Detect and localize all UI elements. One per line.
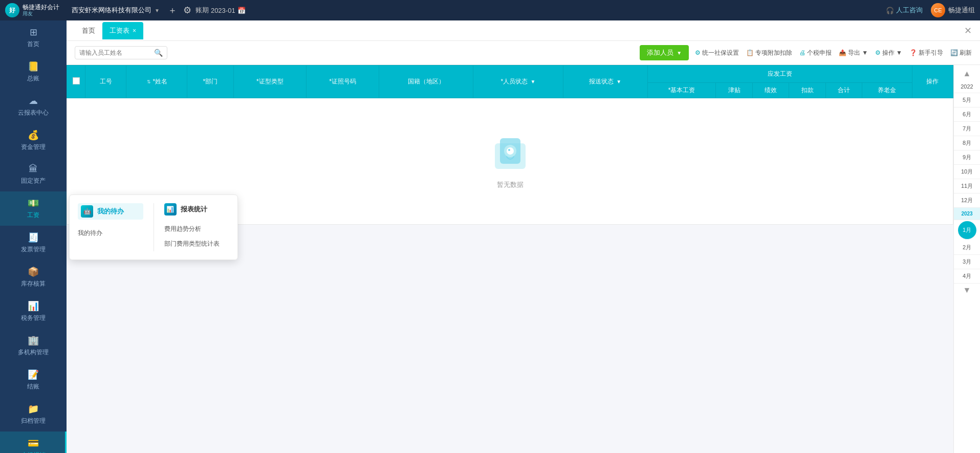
settings-icon[interactable]: ⚙ bbox=[183, 5, 191, 16]
sidebar-label-assets: 固定资产 bbox=[21, 177, 46, 185]
top-right: 🎧 人工咨询 CE 畅捷通组 bbox=[886, 3, 975, 17]
cloud-icon: ☁ bbox=[29, 95, 38, 106]
sidebar-item-home[interactable]: ⊞ 首页 bbox=[0, 20, 67, 55]
top-actions: ＋ ⚙ bbox=[168, 4, 191, 16]
company-name: 西安虾米网络科技有限公司 bbox=[72, 6, 151, 15]
popup-report-item-2[interactable]: 部门费用类型统计表 bbox=[164, 236, 230, 251]
th-total[interactable]: 合计 bbox=[825, 83, 862, 98]
month-2023-label: 2023 bbox=[954, 208, 980, 220]
operation-icon: ⚙ bbox=[875, 49, 881, 56]
refresh-btn[interactable]: 🔄 刷新 bbox=[950, 49, 972, 57]
tab-close-icon[interactable]: × bbox=[133, 27, 136, 34]
tab-salary[interactable]: 工资表 × bbox=[102, 22, 143, 39]
popup-report-label: 报表统计 bbox=[181, 205, 207, 214]
month-2022-5[interactable]: 5月 bbox=[954, 93, 980, 107]
month-2023-3[interactable]: 3月 bbox=[954, 255, 980, 269]
th-pension[interactable]: 养老金 bbox=[862, 83, 912, 98]
newbie-guide-btn[interactable]: ❓ 新手引导 bbox=[909, 49, 943, 57]
popup-report-item-1[interactable]: 费用趋势分析 bbox=[164, 222, 230, 236]
top-bar: 好 畅捷通好会计 用友 西安虾米网络科技有限公司 ▼ ＋ ⚙ 账期 2023-0… bbox=[0, 0, 980, 20]
month-2022-12[interactable]: 12月 bbox=[954, 193, 980, 208]
sidebar-item-archive[interactable]: 📁 归档管理 bbox=[0, 397, 67, 432]
sidebar-label-salary: 工资 bbox=[27, 211, 39, 220]
sidebar-item-inventory[interactable]: 📦 库存核算 bbox=[0, 260, 67, 294]
sidebar-item-cloud[interactable]: ☁ 云报表中心 bbox=[0, 89, 67, 123]
sidebar-item-multi[interactable]: 🏢 多机构管理 bbox=[0, 329, 67, 363]
month-picker-down-arrow[interactable]: ▼ bbox=[961, 284, 973, 297]
period-label: 账期 2023-01 📅 bbox=[195, 6, 246, 15]
th-number[interactable]: 工号 bbox=[85, 66, 126, 98]
avatar: CE bbox=[931, 3, 945, 17]
add-person-button[interactable]: 添加人员 ▼ bbox=[640, 45, 689, 60]
th-performance[interactable]: 绩效 bbox=[752, 83, 789, 98]
popup-menu: 🤖 我的待办 我的待办 📊 报表统计 费用趋势分析 部门费用类型统计表 bbox=[69, 195, 238, 260]
app-name: 畅捷通好会计 bbox=[23, 4, 59, 11]
th-deduction[interactable]: 扣款 bbox=[789, 83, 825, 98]
th-name[interactable]: ⇅ *姓名 bbox=[126, 66, 187, 98]
sidebar-label-ledger: 总账 bbox=[27, 74, 39, 83]
month-2022-7[interactable]: 7月 bbox=[954, 122, 980, 136]
popup-col-report: 📊 报表统计 费用趋势分析 部门费用类型统计表 bbox=[164, 203, 230, 251]
month-2022-11[interactable]: 11月 bbox=[954, 179, 980, 193]
month-2023-4[interactable]: 4月 bbox=[954, 269, 980, 284]
sidebar-item-assets[interactable]: 🏛 固定资产 bbox=[0, 158, 67, 191]
month-2022-9[interactable]: 9月 bbox=[954, 150, 980, 165]
th-idnum[interactable]: *证照号码 bbox=[306, 66, 379, 98]
operation-btn[interactable]: ⚙ 操作 ▼ bbox=[875, 49, 902, 57]
popup-todo-item-1[interactable]: 我的待办 bbox=[78, 226, 143, 241]
logo-icon: 好 bbox=[5, 3, 19, 17]
sidebar-label-finance: 资金管理 bbox=[21, 143, 46, 152]
special-deduct-btn[interactable]: 📋 专项附加扣除 bbox=[746, 49, 792, 57]
th-salary-group: 应发工资 bbox=[647, 66, 912, 83]
th-submit[interactable]: 报送状态 ▼ bbox=[563, 66, 647, 98]
th-dept[interactable]: *部门 bbox=[187, 66, 233, 98]
th-idtype[interactable]: *证型类型 bbox=[233, 66, 306, 98]
export-chevron-icon: ▼ bbox=[862, 49, 868, 56]
chevron-down-icon: ▼ bbox=[155, 8, 160, 13]
th-nation[interactable]: 国籍（地区） bbox=[379, 66, 473, 98]
sidebar-label-invoice: 发票管理 bbox=[21, 245, 46, 254]
svg-point-4 bbox=[508, 149, 510, 151]
th-status[interactable]: *人员状态 ▼ bbox=[473, 66, 563, 98]
select-all-checkbox[interactable] bbox=[73, 77, 80, 84]
tax-declare-btn[interactable]: 🖨 个税申报 bbox=[799, 49, 832, 57]
add-icon[interactable]: ＋ bbox=[168, 4, 177, 16]
sidebar-label-tax: 税务管理 bbox=[21, 314, 46, 322]
search-box: 🔍 bbox=[75, 46, 167, 59]
company-selector[interactable]: 西安虾米网络科技有限公司 ▼ bbox=[72, 6, 160, 15]
multi-icon: 🏢 bbox=[28, 335, 39, 346]
user-area[interactable]: CE 畅捷通组 bbox=[931, 3, 975, 17]
salary-icon: 💵 bbox=[28, 198, 39, 209]
sidebar-item-settle[interactable]: 📝 结账 bbox=[0, 363, 67, 397]
sidebar-item-ledger[interactable]: 📒 总账 bbox=[0, 55, 67, 89]
th-base-salary[interactable]: *基本工资 bbox=[647, 83, 716, 98]
period-value: 2023-01 bbox=[211, 7, 235, 14]
close-all-button[interactable]: ✕ bbox=[964, 25, 972, 36]
th-operation[interactable]: 操作 bbox=[912, 66, 953, 98]
period-text: 账期 bbox=[195, 6, 209, 15]
popup-col-mytodo: 🤖 我的待办 我的待办 bbox=[78, 203, 143, 251]
empty-text: 暂无数据 bbox=[497, 180, 524, 189]
service-btn[interactable]: 🎧 人工咨询 bbox=[886, 6, 923, 15]
export-btn[interactable]: 📤 导出 ▼ bbox=[839, 49, 868, 57]
th-allowance[interactable]: 津贴 bbox=[716, 83, 752, 98]
month-picker-up-arrow[interactable]: ▲ bbox=[961, 67, 973, 80]
sidebar-item-tax[interactable]: 📊 税务管理 bbox=[0, 294, 67, 329]
month-2022-10[interactable]: 10月 bbox=[954, 165, 980, 179]
social-security-btn[interactable]: ⚙ 统一社保设置 bbox=[695, 49, 739, 57]
search-input[interactable] bbox=[79, 49, 151, 56]
sidebar-label-cloud: 云报表中心 bbox=[18, 109, 49, 117]
status-filter-icon: ▼ bbox=[530, 79, 535, 84]
calendar-icon[interactable]: 📅 bbox=[237, 7, 246, 14]
month-2022-6[interactable]: 6月 bbox=[954, 107, 980, 122]
search-icon: 🔍 bbox=[154, 49, 163, 57]
month-2022-8[interactable]: 8月 bbox=[954, 136, 980, 150]
month-2023-2[interactable]: 2月 bbox=[954, 241, 980, 255]
refresh-icon: 🔄 bbox=[950, 49, 958, 56]
sidebar-item-xiaochang[interactable]: 💳 小畅报销 bbox=[0, 432, 67, 453]
sidebar-item-finance[interactable]: 💰 资金管理 bbox=[0, 123, 67, 158]
sidebar-item-invoice[interactable]: 🧾 发票管理 bbox=[0, 226, 67, 260]
sidebar-item-salary[interactable]: 💵 工资 bbox=[0, 191, 67, 226]
month-2023-1[interactable]: 1月 bbox=[958, 221, 976, 240]
tab-home[interactable]: 首页 bbox=[75, 22, 102, 39]
